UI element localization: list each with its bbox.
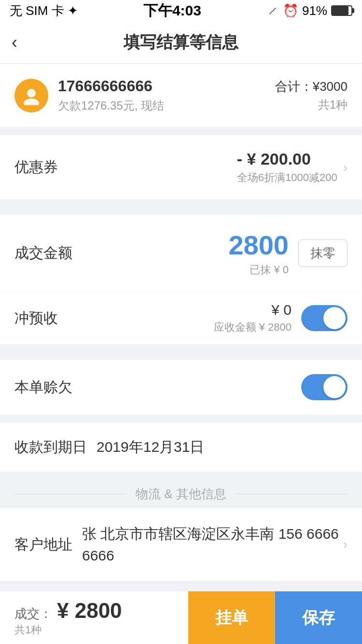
toggle-knob: [323, 307, 346, 329]
battery-level: 91%: [302, 3, 327, 18]
deal-amount-right: 2800 已抹 ¥ 0 抹零: [228, 229, 348, 277]
due-date-value: 2019年12月31日: [97, 437, 204, 457]
deal-amount-block: 2800 已抹 ¥ 0: [228, 229, 289, 277]
total-label: 合计：¥3000: [275, 78, 348, 95]
round-button[interactable]: 抹零: [298, 239, 348, 267]
save-button[interactable]: 保存: [275, 591, 362, 644]
status-bar: 无 SIM 卡 ✦ 下午4:03 ⟋ ⏰ 91%: [0, 0, 362, 21]
battery-icon: [331, 5, 352, 16]
sim-status: 无 SIM 卡 ✦: [10, 2, 78, 19]
debt-toggle-knob: [323, 376, 346, 398]
bottom-count: 共1种: [14, 623, 174, 637]
address-row[interactable]: 客户地址 张 北京市市辖区海淀区永丰南 156 6666 6666 ›: [0, 508, 362, 581]
customer-left: 17666666666 欠款1276.35元, 现结: [14, 77, 164, 113]
coupon-row[interactable]: 优惠券 - ¥ 200.00 全场6折满1000减200 ›: [0, 135, 362, 199]
prepay-row: 冲预收 ¥ 0 应收金额 ¥ 2800: [0, 292, 362, 344]
prepay-sub: 应收金额 ¥ 2800: [214, 320, 292, 335]
total-count: 共1种: [275, 97, 348, 112]
customer-sub-info: 欠款1276.35元, 现结: [58, 98, 164, 113]
customer-details: 17666666666 欠款1276.35元, 现结: [58, 77, 164, 113]
svg-point-0: [27, 89, 36, 98]
debt-label: 本单赊欠: [14, 378, 72, 397]
address-chevron-icon: ›: [343, 537, 348, 552]
debt-toggle[interactable]: [301, 374, 348, 400]
due-date-label: 收款到期日: [14, 437, 87, 457]
bottom-info: 成交： ¥ 2800 共1种: [0, 599, 188, 637]
back-button[interactable]: ‹: [12, 32, 17, 53]
coupon-discount: - ¥ 200.00: [237, 150, 337, 168]
coupon-right: - ¥ 200.00 全场6折满1000减200 ›: [237, 150, 348, 185]
section-separator-1: [0, 207, 362, 215]
deal-amount-sub: 已抹 ¥ 0: [228, 263, 289, 277]
bottom-deal: 成交： ¥ 2800: [14, 599, 174, 623]
svg-point-1: [24, 98, 39, 105]
due-date-row: 收款到期日 2019年12月31日: [0, 423, 362, 472]
customer-phone: 17666666666: [58, 77, 164, 95]
page-title: 填写结算等信息: [124, 31, 238, 54]
logistics-divider: 物流 & 其他信息: [0, 479, 362, 508]
alarm-icon: ⏰: [283, 3, 298, 18]
content: 17666666666 欠款1276.35元, 现结 合计：¥3000 共1种 …: [0, 64, 362, 644]
deal-amount-value: 2800: [228, 229, 289, 261]
deal-amount-label: 成交金额: [14, 243, 72, 263]
form-section: 成交金额 2800 已抹 ¥ 0 抹零 冲预收 ¥ 0 应收金额 ¥ 2800: [0, 215, 362, 344]
nav-bar: ‹ 填写结算等信息: [0, 21, 362, 64]
location-icon: ⟋: [266, 3, 279, 18]
customer-info-card: 17666666666 欠款1276.35元, 现结 合计：¥3000 共1种: [0, 64, 362, 127]
prepay-label: 冲预收: [14, 308, 58, 328]
bottom-deal-amount: ¥ 2800: [57, 599, 122, 623]
avatar: [14, 79, 48, 112]
bottom-deal-label: 成交：: [14, 605, 52, 622]
address-value: 张 北京市市辖区海淀区永丰南 156 6666 6666: [82, 523, 343, 566]
coupon-desc: 全场6折满1000减200: [237, 170, 337, 185]
chevron-right-icon: ›: [343, 160, 348, 175]
status-left: 无 SIM 卡 ✦: [10, 2, 78, 19]
deal-amount-row: 成交金额 2800 已抹 ¥ 0 抹零: [0, 215, 362, 292]
debt-row: 本单赊欠: [0, 360, 362, 415]
total-amount: ¥3000: [313, 79, 348, 94]
prepay-right: ¥ 0 应收金额 ¥ 2800: [214, 302, 348, 335]
prepay-toggle[interactable]: [301, 305, 348, 331]
prepay-amount: ¥ 0: [214, 302, 292, 318]
customer-total: 合计：¥3000 共1种: [275, 78, 348, 112]
coupon-info: - ¥ 200.00 全场6折满1000减200: [237, 150, 337, 185]
prepay-amount-block: ¥ 0 应收金额 ¥ 2800: [214, 302, 292, 335]
coupon-label: 优惠券: [14, 157, 58, 177]
section-separator-2: [0, 344, 362, 352]
hold-order-button[interactable]: 挂单: [188, 591, 275, 644]
status-time: 下午4:03: [143, 1, 201, 21]
status-right: ⟋ ⏰ 91%: [266, 3, 352, 18]
address-label: 客户地址: [14, 535, 72, 555]
divider-label: 物流 & 其他信息: [126, 486, 236, 503]
bottom-bar: 成交： ¥ 2800 共1种 挂单 保存: [0, 591, 362, 644]
